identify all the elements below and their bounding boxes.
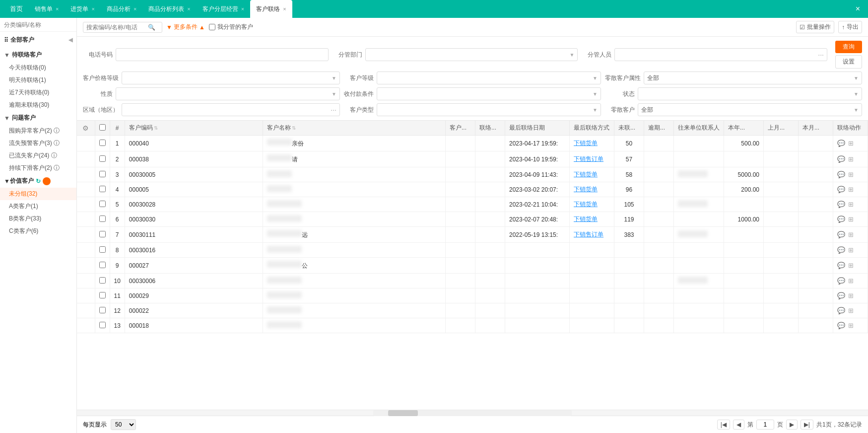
page-input[interactable] <box>756 420 774 430</box>
sidebar-group-problem[interactable]: ▼ 问题客户 <box>0 111 76 125</box>
chat-icon[interactable]: 💬 <box>837 140 845 147</box>
chat-icon[interactable]: 💬 <box>837 186 845 193</box>
close-tab-customer-contact[interactable]: × <box>283 6 286 12</box>
grid-icon[interactable]: ⊞ <box>848 186 854 193</box>
close-tab-analysis[interactable]: × <box>134 6 136 12</box>
chat-icon[interactable]: 💬 <box>837 322 845 329</box>
query-button[interactable]: 查询 <box>835 41 862 53</box>
gear-icon[interactable]: ⚙ <box>82 124 89 132</box>
prev-page-btn[interactable]: ◀ <box>733 420 744 430</box>
input-region[interactable]: ··· <box>122 103 340 116</box>
row-checkbox[interactable] <box>99 140 106 146</box>
row-checkbox[interactable] <box>99 307 106 313</box>
sidebar-item-today[interactable]: 今天待联络(0) <box>0 62 76 74</box>
col-name[interactable]: 客户名称⇅ <box>263 121 446 136</box>
grid-icon[interactable]: ⊞ <box>848 262 854 269</box>
col-contact-person[interactable]: 往来单位联系人 <box>674 121 724 136</box>
chat-icon[interactable]: 💬 <box>837 277 845 285</box>
input-dept[interactable]: ▼ <box>365 48 578 61</box>
scroll-thumb[interactable] <box>388 410 418 416</box>
per-page-select[interactable]: 50 20 100 <box>111 419 136 430</box>
sidebar-search-input[interactable] <box>4 21 77 28</box>
chat-icon[interactable]: 💬 <box>837 171 845 178</box>
sidebar-item-overdue[interactable]: 逾期未联络(30) <box>0 99 76 111</box>
close-tab-purchase[interactable]: × <box>91 6 94 12</box>
input-phone[interactable] <box>116 48 329 61</box>
nav-tab-sales[interactable]: 销售单 × <box>29 0 65 18</box>
chat-icon[interactable]: 💬 <box>837 216 845 223</box>
sidebar-item-decline[interactable]: 持续下滑客户(2) ⓘ <box>0 162 76 174</box>
chat-icon[interactable]: 💬 <box>837 201 845 208</box>
col-type[interactable]: 客户... <box>446 121 475 136</box>
grid-icon[interactable]: ⊞ <box>848 216 854 223</box>
row-checkbox[interactable] <box>99 186 106 192</box>
grid-icon[interactable]: ⊞ <box>848 292 854 299</box>
select-all-checkbox[interactable] <box>99 124 106 131</box>
first-page-btn[interactable]: |◀ <box>717 420 730 430</box>
search-input[interactable] <box>86 24 146 31</box>
col-last-month[interactable]: 上月... <box>764 121 799 136</box>
input-retail-customer[interactable]: 全部 ▼ <box>638 103 862 116</box>
col-code[interactable]: 客户编码⇅ <box>125 121 263 136</box>
last-page-btn[interactable]: ▶| <box>801 420 813 430</box>
sidebar-item-lost[interactable]: 已流失客户(24) ⓘ <box>0 149 76 162</box>
col-uncontact[interactable]: 未联... <box>614 121 644 136</box>
nav-home[interactable]: 首页 <box>4 4 29 13</box>
chat-icon[interactable]: 💬 <box>837 246 845 254</box>
chat-icon[interactable]: 💬 <box>837 231 845 238</box>
close-tab-customer-tier[interactable]: × <box>241 6 244 12</box>
sidebar-item-class-b[interactable]: B类客户(33) <box>0 213 76 225</box>
sidebar-item-ungroup[interactable]: 未分组(32) <box>0 188 76 200</box>
grid-icon[interactable]: ⊞ <box>848 140 854 147</box>
sidebar-item-tomorrow[interactable]: 明天待联络(1) <box>0 74 76 86</box>
grid-icon[interactable]: ⊞ <box>848 307 854 314</box>
col-this-month[interactable]: 本月... <box>799 121 833 136</box>
chat-icon[interactable]: 💬 <box>837 262 845 269</box>
input-customer-type[interactable]: ▼ <box>377 103 601 116</box>
input-status[interactable]: ▼ <box>638 87 862 100</box>
last-method-link[interactable]: 下销货单 <box>574 171 598 178</box>
input-customer-level[interactable]: ▼ <box>377 72 601 84</box>
refresh-icon[interactable]: ↻ <box>36 178 41 185</box>
grid-icon[interactable]: ⊞ <box>848 201 854 208</box>
row-checkbox[interactable] <box>99 292 106 298</box>
grid-icon[interactable]: ⊞ <box>848 277 854 285</box>
chat-icon[interactable]: 💬 <box>837 292 845 299</box>
last-method-link[interactable]: 下销售订单 <box>574 155 603 162</box>
sidebar-item-churn-warn[interactable]: 流失预警客户(3) ⓘ <box>0 137 76 149</box>
scroll-track[interactable] <box>373 410 572 416</box>
sidebar-item-class-a[interactable]: A类客户(1) <box>0 200 76 213</box>
horizontal-scrollbar[interactable] <box>77 410 868 416</box>
batch-op-btn[interactable]: ☑ 批量操作 <box>796 21 834 33</box>
search-icon[interactable]: 🔍 <box>148 24 155 31</box>
grid-icon[interactable]: ⊞ <box>848 171 854 178</box>
row-checkbox[interactable] <box>99 231 106 237</box>
chat-icon[interactable]: 💬 <box>837 307 845 314</box>
sidebar-item-7days[interactable]: 近7天待联络(0) <box>0 86 76 99</box>
row-checkbox[interactable] <box>99 171 106 177</box>
sidebar-group-pending[interactable]: ▼ 待联络客户 <box>0 48 76 62</box>
last-method-link[interactable]: 下销货单 <box>574 216 598 222</box>
input-payment[interactable]: ▼ <box>377 87 601 100</box>
row-checkbox[interactable] <box>99 201 106 207</box>
grid-icon[interactable]: ⊞ <box>848 246 854 254</box>
row-checkbox[interactable] <box>99 322 106 328</box>
sidebar-group-value[interactable]: ▼ 价值客户 ↻ <box>0 174 76 188</box>
reset-button[interactable]: 设置 <box>835 55 862 69</box>
nav-tab-customer-tier[interactable]: 客户分层经营 × <box>197 0 250 18</box>
my-customers-check-input[interactable] <box>209 24 215 30</box>
close-tab-sales[interactable]: × <box>56 6 59 12</box>
col-last-date[interactable]: 最后联络日期 <box>505 121 570 136</box>
window-close-btn[interactable]: × <box>852 4 864 13</box>
sidebar-item-abnormal[interactable]: 囤购异常客户(2) ⓘ <box>0 125 76 137</box>
grid-icon[interactable]: ⊞ <box>848 322 854 329</box>
row-checkbox[interactable] <box>99 216 106 222</box>
input-nature[interactable]: ▼ <box>116 87 340 100</box>
nav-tab-purchase[interactable]: 进货单 × <box>65 0 100 18</box>
row-checkbox[interactable] <box>99 155 106 162</box>
more-conditions-btn[interactable]: ▼ 更多条件 ▲ <box>166 23 205 31</box>
nav-tab-customer-contact[interactable]: 客户联络 × <box>250 0 292 18</box>
last-method-link[interactable]: 下销售订单 <box>574 231 603 238</box>
col-overdue[interactable]: 逾期... <box>644 121 674 136</box>
nav-tab-analysis-list[interactable]: 商品分析列表 × <box>142 0 196 18</box>
